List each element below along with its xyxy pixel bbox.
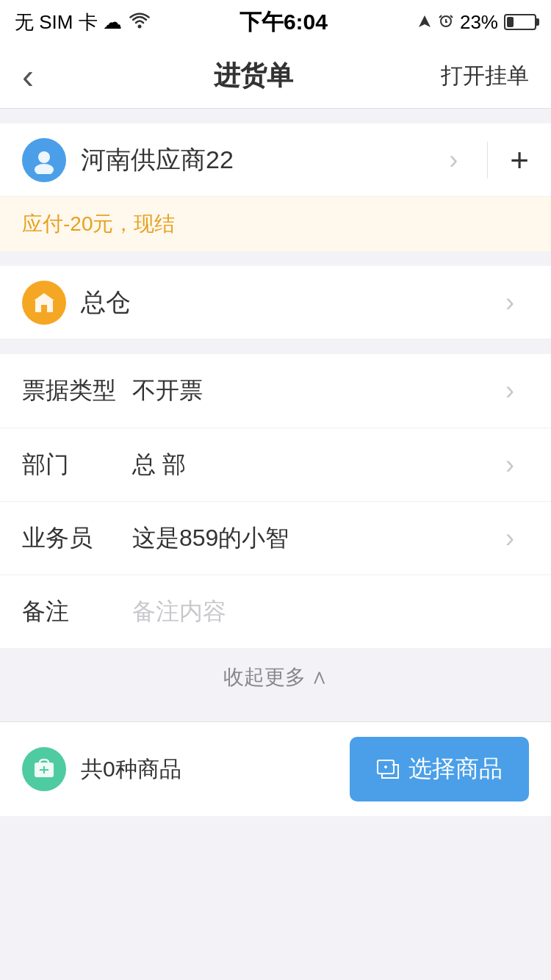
invoice-value: 不开票 — [118, 375, 505, 407]
remarks-label: 备注 — [22, 596, 118, 628]
warehouse-chevron-icon: › — [505, 287, 514, 318]
status-right: 23% — [417, 11, 536, 34]
page-title: 进货单 — [214, 58, 293, 94]
salesperson-chevron-icon: › — [505, 523, 514, 554]
invoice-label: 票据类型 — [22, 375, 118, 407]
supplier-name: 河南供应商22 — [81, 143, 449, 177]
vertical-divider — [487, 142, 488, 179]
warehouse-name: 总仓 — [81, 286, 505, 320]
warehouse-row[interactable]: 总仓 › — [0, 266, 551, 339]
select-product-button[interactable]: 选择商品 — [350, 737, 529, 801]
department-label: 部门 — [22, 449, 118, 481]
department-chevron-icon: › — [505, 450, 514, 480]
sim-status: 无 SIM 卡 ☁ — [15, 10, 122, 35]
back-button[interactable]: ‹ — [22, 56, 66, 96]
salesperson-value: 这是859的小智 — [118, 522, 505, 555]
add-supplier-button[interactable]: + — [510, 142, 529, 179]
svg-point-3 — [38, 151, 50, 163]
svg-point-4 — [35, 164, 54, 174]
divider-3 — [0, 339, 551, 354]
salesperson-label: 业务员 — [22, 522, 118, 555]
svg-rect-7 — [41, 305, 47, 312]
status-bar: 无 SIM 卡 ☁ 下午6:04 23% — [0, 0, 551, 44]
status-time: 下午6:04 — [240, 7, 328, 37]
warehouse-card: 总仓 › — [0, 266, 551, 339]
form-card: 票据类型 不开票 › 部门 总 部 › 业务员 这是859的小智 › 备注 备注… — [0, 354, 551, 648]
nav-bar: ‹ 进货单 打开挂单 — [0, 44, 551, 109]
remarks-row[interactable]: 备注 备注内容 — [0, 574, 551, 648]
divider-4 — [0, 707, 551, 721]
wifi-icon — [129, 11, 150, 34]
main-content: 河南供应商22 › + 应付-20元，现结 总仓 › — [0, 109, 551, 980]
product-bar: 共0种商品 选择商品 — [0, 721, 551, 816]
supplier-card: 河南供应商22 › + 应付-20元，现结 — [0, 123, 551, 251]
battery-icon — [504, 14, 536, 30]
product-icon — [22, 747, 66, 791]
svg-point-0 — [137, 24, 141, 28]
supplier-avatar — [22, 138, 66, 182]
status-left: 无 SIM 卡 ☁ — [15, 10, 150, 35]
select-product-label: 选择商品 — [408, 753, 503, 785]
open-pending-button[interactable]: 打开挂单 — [441, 61, 529, 91]
divider-2 — [0, 251, 551, 266]
supplier-chevron-icon: › — [449, 145, 458, 176]
divider-1 — [0, 109, 551, 123]
department-value: 总 部 — [118, 449, 505, 481]
location-icon — [417, 11, 432, 34]
svg-marker-6 — [34, 293, 54, 300]
salesperson-row[interactable]: 业务员 这是859的小智 › — [0, 501, 551, 574]
warehouse-icon — [22, 281, 66, 325]
collapse-button[interactable]: 收起更多 ∧ — [0, 648, 551, 707]
notice-text: 应付-20元，现结 — [22, 212, 175, 235]
department-row[interactable]: 部门 总 部 › — [0, 428, 551, 501]
notice-bar: 应付-20元，现结 — [0, 197, 551, 251]
invoice-chevron-icon: › — [505, 375, 514, 406]
product-count: 共0种商品 — [81, 754, 350, 785]
alarm-icon — [438, 11, 454, 34]
invoice-row[interactable]: 票据类型 不开票 › — [0, 354, 551, 428]
collapse-label: 收起更多 ∧ — [223, 663, 328, 691]
svg-marker-1 — [419, 15, 431, 27]
remarks-input[interactable]: 备注内容 — [118, 596, 529, 628]
battery-percent: 23% — [460, 11, 498, 34]
supplier-row[interactable]: 河南供应商22 › + — [0, 123, 551, 197]
